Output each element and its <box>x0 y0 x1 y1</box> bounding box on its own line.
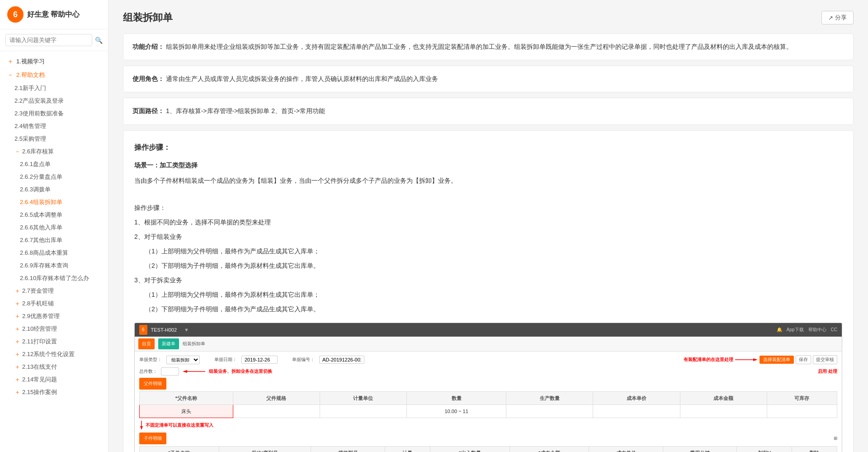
mock-num-input[interactable] <box>319 356 364 364</box>
intro-label: 功能介绍： <box>132 43 164 50</box>
sidebar-leaf-stocktake[interactable]: 2.6.1盘点单 <box>0 158 108 171</box>
step1: 1、根据不同的业务，选择不同单据的类型来处理 <box>134 216 842 228</box>
sidebar-item-cases[interactable]: ＋ 2.15操作案例 <box>0 386 108 399</box>
mock-t1-stock <box>767 405 837 418</box>
plus-icon-s28: ＋ <box>14 300 20 308</box>
mock-subrow: 总件数： 组装业务、拆卸业务在这里切换 启用 处理 <box>139 367 837 376</box>
mock-section1-annotation: 组装业务、拆卸业务在这里切换 <box>209 367 272 376</box>
svg-marker-5 <box>140 426 143 430</box>
mock-th-costprice: 成本单价 <box>593 392 680 405</box>
mock-section-label: 父件明细 <box>139 378 166 390</box>
plus-icon-s213: ＋ <box>14 363 20 371</box>
mock-annotation2: 启用 处理 <box>818 367 837 376</box>
mock-th-costamt: 成本金额 <box>680 392 767 405</box>
sidebar-leaf-cost-recalc[interactable]: 2.6.8商品成本重算 <box>0 247 108 259</box>
mock-th-qty: 数量 <box>407 392 506 405</box>
mock-annotation3-text: 不固定清单可以直接在这里重写入 <box>146 421 213 430</box>
mock-icon-expand[interactable]: ⊞ <box>834 434 837 443</box>
mock-th2-cost2: 成本单价 <box>589 447 663 452</box>
sidebar-leaf-transfer[interactable]: 2.6.3调拨单 <box>0 183 108 196</box>
sidebar: 6 好生意 帮助中心 🔍 ＋ 1.视频学习 － 2.帮助文档 2.1新手入门 2… <box>0 0 108 452</box>
mock-btn-select-bom[interactable]: 选择装配清单 <box>760 356 794 364</box>
mock-nav-neworder: 新建单 <box>158 338 179 349</box>
mock-date-input[interactable] <box>241 356 278 364</box>
mock-nav-self: 自贡 <box>138 338 155 349</box>
path-label: 页面路径： <box>132 107 164 114</box>
sidebar-item-video[interactable]: ＋ 1.视频学习 <box>0 55 108 68</box>
sidebar-leaf-other-out[interactable]: 2.6.7其他出库单 <box>0 234 108 247</box>
search-icon[interactable]: 🔍 <box>95 37 103 44</box>
sidebar-leaf-other-in[interactable]: 2.6.6其他入库单 <box>0 221 108 234</box>
mock-body: 单据类型： 组装拆卸 单据日期： 单据编号： 有装配清单的在这里处理 <box>135 352 842 452</box>
mock-count-input[interactable] <box>161 367 179 376</box>
sidebar-item-sales[interactable]: 2.4销售管理 <box>0 120 108 133</box>
mock-icon-help: 帮助中心 <box>808 325 826 334</box>
mock-btn-submit[interactable]: 提交审核 <box>813 355 837 364</box>
sidebar-item-faq[interactable]: ＋ 2.14常见问题 <box>0 373 108 386</box>
mock-t1-prodqty <box>506 405 593 418</box>
mock-table1: *父件名称 父件规格 计量单位 数量 生产数量 成本单价 成本金额 可库存 <box>139 391 837 418</box>
mock-date-label: 单据日期： <box>214 355 237 364</box>
sidebar-leaf-stock-error[interactable]: 2.6.10库存账本错了怎么办 <box>0 272 108 285</box>
mock-th2-del: 删除 <box>792 447 837 452</box>
path-card: 页面路径： 1、库存核算->库存管理->组装拆卸单 2、首页->常用功能 <box>123 98 854 124</box>
sidebar-leaf-partial-stocktake[interactable]: 2.6.2分量盘点单 <box>0 171 108 183</box>
mock-t1-unit <box>320 405 406 418</box>
mock-t1-qty: 10.00 ~ 11 <box>407 405 506 418</box>
mock-t1-fname: 床头 <box>140 405 233 418</box>
step2: 2、对于组装业务 <box>134 230 842 243</box>
mock-type-select[interactable]: 组装拆卸 <box>166 356 200 364</box>
sidebar-item-customize[interactable]: ＋ 2.12系统个性化设置 <box>0 348 108 361</box>
sidebar-item-purchase[interactable]: 2.5采购管理 <box>0 133 108 145</box>
mock-title: TEST-H002 <box>151 325 177 335</box>
app-title: 好生意 帮助中心 <box>27 10 80 19</box>
mock-th2-divv: 划归V <box>737 447 792 452</box>
scenario1-title: 场景一：加工类型选择 <box>134 159 842 171</box>
mock-arrow-left <box>183 369 205 374</box>
sidebar-item-newuser[interactable]: 2.1新手入门 <box>0 82 108 95</box>
mock-nav-item1: ▼ <box>184 325 189 335</box>
sidebar-item-data-prep[interactable]: 2.3使用前数据准备 <box>0 107 108 120</box>
sidebar-leaf-stock-book[interactable]: 2.6.9库存账本查询 <box>0 259 108 272</box>
mock-table1-row1: 床头 10.00 ~ 11 <box>140 405 837 418</box>
step3-sub1: （1）上部明细为父件明细，最终作为原材料生成其它出库单； <box>134 288 842 301</box>
sidebar-leaf-cost-adjust[interactable]: 2.6.5成本调整单 <box>0 209 108 221</box>
mock-section-bar: 父件明细 <box>139 378 837 390</box>
sidebar-item-coupon[interactable]: ＋ 2.9优惠券管理 <box>0 310 108 323</box>
plus-icon-s215: ＋ <box>14 388 20 396</box>
mock-topnav: 自贡 新建单 组装拆卸单 <box>135 337 842 352</box>
sidebar-leaf-assembly[interactable]: 2.6.4组装拆卸单 <box>0 196 108 209</box>
mock-th-fspec: 父件规格 <box>233 392 320 405</box>
path-text: 1、库存核算->库存管理->组装拆卸单 2、首页->常用功能 <box>166 107 325 114</box>
svg-marker-3 <box>183 370 187 373</box>
plus-icon-s212: ＋ <box>14 350 20 358</box>
mock-section-bar2: 子件明细 ⊞ <box>139 433 837 444</box>
step3-sub2: （2）下部明细为子件明细，最终作为产成品生成其它入库单。 <box>134 303 842 315</box>
sidebar-item-inventory[interactable]: － 2.6库存核算 <box>0 145 108 158</box>
sidebar-item-mobile[interactable]: ＋ 2.8手机旺铺 <box>0 297 108 310</box>
sidebar-item-online-pay[interactable]: ＋ 2.13在线支付 <box>0 361 108 373</box>
mock-window: 6 TEST-H002 ▼ 🔔 App下载 帮助中心 CC 自贡 新建单 <box>135 323 842 452</box>
scenario1-desc: 当由多个子件材料组装成一个成品的业务为【组装】业务，当由一个父件拆分成多个子产品… <box>134 174 842 187</box>
role-text: 通常由生产人员或库管人员完成拆装业务的操作，库管人员确认原材料的出库和产成品的入… <box>166 75 438 82</box>
sidebar-item-ops[interactable]: ＋ 2.10经营管理 <box>0 323 108 335</box>
sidebar-item-print[interactable]: ＋ 2.11打印设置 <box>0 335 108 348</box>
share-button[interactable]: ↗ 分享 <box>821 11 854 24</box>
mock-annotation3-row: 不固定清单可以直接在这里重写入 <box>139 421 837 430</box>
mock-arrow-right <box>735 357 758 362</box>
plus-icon-s211: ＋ <box>14 338 20 346</box>
mock-th2-unit: 计量 <box>385 447 430 452</box>
sidebar-item-finance[interactable]: ＋ 2.7资金管理 <box>0 285 108 297</box>
mock-form-row1: 单据类型： 组装拆卸 单据日期： 单据编号： 有装配清单的在这里处理 <box>139 355 837 364</box>
sidebar-item-help-docs[interactable]: － 2.帮助文档 <box>0 68 108 82</box>
mock-nav-assembly: 组装拆卸单 <box>183 339 205 348</box>
sidebar-item-install[interactable]: 2.2产品安装及登录 <box>0 95 108 107</box>
mock-annotation-right: 有装配清单的在这里处理 选择装配清单 保存 提交审核 <box>684 355 837 364</box>
mock-t1-fspec <box>233 405 320 418</box>
plus-icon-s29: ＋ <box>14 312 20 320</box>
mock-icon-app: App下载 <box>787 325 804 334</box>
mock-t1-costamt <box>680 405 767 418</box>
mock-btn-save[interactable]: 保存 <box>796 355 811 364</box>
search-box: 🔍 <box>0 29 108 51</box>
search-input[interactable] <box>5 34 92 46</box>
